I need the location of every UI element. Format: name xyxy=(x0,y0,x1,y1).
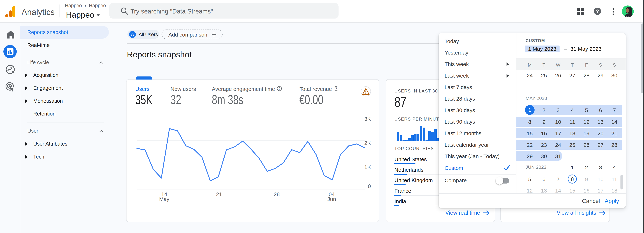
svg-text:0: 0 xyxy=(368,183,371,189)
svg-text:28: 28 xyxy=(274,191,280,197)
svg-text:1K: 1K xyxy=(364,164,371,170)
svg-text:May: May xyxy=(159,196,170,202)
svg-text:3K: 3K xyxy=(364,116,371,122)
svg-text:2K: 2K xyxy=(364,140,371,146)
svg-text:Jun: Jun xyxy=(328,196,336,202)
svg-text:21: 21 xyxy=(216,191,222,197)
